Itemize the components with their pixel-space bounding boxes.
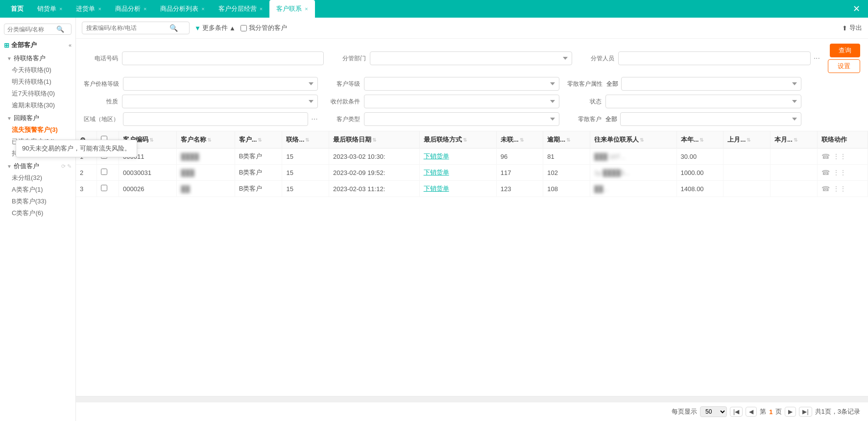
filter-select-nature[interactable] bbox=[122, 95, 318, 108]
action-contact-icon[interactable]: ☎ bbox=[821, 185, 830, 193]
sidebar-all-customers[interactable]: ⊞ 全部客户 « bbox=[0, 39, 75, 51]
cell-num: 2 bbox=[76, 165, 97, 181]
col-action: 联络动作 bbox=[817, 131, 868, 149]
contact-method-link[interactable]: 下销货单 bbox=[424, 152, 449, 160]
cell-last-month bbox=[723, 149, 771, 165]
close-icon-purchase[interactable]: × bbox=[98, 6, 101, 12]
filter-select-dept[interactable] bbox=[370, 51, 572, 65]
cell-this-month bbox=[771, 165, 818, 181]
cell-overdue: 108 bbox=[543, 181, 590, 197]
page-prev-button[interactable]: ◀ bbox=[746, 407, 757, 417]
close-icon-sales[interactable]: × bbox=[59, 6, 62, 12]
nav-item-customer-contact[interactable]: 客户联系 × bbox=[269, 0, 314, 18]
sidebar-item-today-contact[interactable]: 今天待联络(0) bbox=[0, 64, 75, 76]
col-contact: 联络...⇅ bbox=[282, 131, 329, 149]
row-checkbox[interactable] bbox=[101, 185, 107, 191]
cell-num: 3 bbox=[76, 181, 97, 197]
nav-item-home[interactable]: 首页 bbox=[4, 0, 30, 18]
action-more-icon[interactable]: ⋮⋮ bbox=[833, 152, 846, 160]
horizontal-scrollbar[interactable] bbox=[76, 396, 868, 402]
sidebar-item-class-b[interactable]: B类客户(33) bbox=[0, 196, 75, 207]
col-name: 客户名称⇅ bbox=[177, 131, 235, 149]
window-close-button[interactable]: ✕ bbox=[849, 3, 864, 14]
close-icon-goods-analysis[interactable]: × bbox=[144, 6, 146, 12]
nav-item-purchase[interactable]: 进货单 × bbox=[69, 0, 108, 18]
search-icon[interactable]: 🔍 bbox=[169, 24, 178, 32]
page-last-button[interactable]: ▶| bbox=[799, 407, 812, 417]
query-button[interactable]: 查询 bbox=[830, 44, 860, 57]
search-input[interactable] bbox=[86, 25, 169, 31]
sidebar: 🔍 ⊞ 全部客户 « ▼ 待联络客户 今天待联络(0) 明天待联络(1) 近7天… bbox=[0, 18, 76, 421]
arrow-down-icon: ▼ bbox=[7, 56, 12, 61]
filter-label-price-level: 客户价格等级 bbox=[84, 80, 119, 88]
arrow-down-icon-2: ▼ bbox=[7, 116, 12, 121]
col-overdue: 逾期...⇅ bbox=[543, 131, 590, 149]
more-filter-button[interactable]: ▼ 更多条件 ▲ bbox=[194, 24, 236, 32]
cell-company-contact: ███ 107... bbox=[590, 149, 676, 165]
dots-icon-manager[interactable]: ··· bbox=[814, 54, 820, 63]
sidebar-item-churn-warning[interactable]: 流失预警客户(3) bbox=[0, 124, 75, 136]
filter-label-region: 区域（地区） bbox=[84, 115, 119, 124]
nav-item-goods-analysis[interactable]: 商品分析 × bbox=[108, 0, 153, 18]
filter-field-phone: 电话号码 bbox=[84, 51, 324, 65]
cell-this-year: 30.00 bbox=[676, 149, 723, 165]
filter-row-2: 客户价格等级 客户等级 零散客户属性 全部 bbox=[84, 77, 860, 91]
close-icon-customer-contact[interactable]: × bbox=[305, 6, 308, 12]
sidebar-section-title-value[interactable]: ▼ 价值客户 ⟳ ✎ bbox=[0, 160, 75, 172]
sidebar-item-class-c[interactable]: C类客户(6) bbox=[0, 207, 75, 219]
row-checkbox[interactable] bbox=[101, 169, 107, 175]
filter-icon: ▼ bbox=[194, 25, 201, 32]
col-type: 客户...⇅ bbox=[235, 131, 282, 149]
sidebar-section-title-contact[interactable]: ▼ 待联络客户 bbox=[0, 52, 75, 64]
cell-last-contact-date: 2023-03-02 10:30: bbox=[329, 149, 420, 165]
action-more-icon[interactable]: ⋮⋮ bbox=[833, 185, 846, 193]
cell-checkbox bbox=[97, 181, 119, 197]
dots-icon-region[interactable]: ··· bbox=[311, 115, 317, 124]
contact-method-link[interactable]: 下销货单 bbox=[424, 169, 449, 176]
page-size-select[interactable]: 50 100 bbox=[700, 406, 727, 417]
my-customers-checkbox[interactable] bbox=[241, 25, 247, 31]
filter-select-status[interactable] bbox=[605, 95, 801, 108]
filter-field-customer-level: 客户等级 bbox=[326, 77, 560, 91]
sidebar-item-class-a[interactable]: A类客户(1) bbox=[0, 184, 75, 196]
filter-select-payment[interactable] bbox=[364, 95, 560, 108]
filter-select-retail-attr[interactable] bbox=[621, 77, 801, 91]
page-next-button[interactable]: ▶ bbox=[785, 407, 796, 417]
sidebar-item-tomorrow-contact[interactable]: 明天待联络(1) bbox=[0, 76, 75, 88]
sidebar-search-input[interactable] bbox=[7, 26, 56, 33]
nav-item-customer-layer[interactable]: 客户分层经营 × bbox=[212, 0, 269, 18]
cell-company-contact: ██... bbox=[590, 181, 676, 197]
sidebar-item-ungrouped[interactable]: 未分组(32) bbox=[0, 172, 75, 184]
filter-select-price-level[interactable] bbox=[123, 77, 318, 91]
sidebar-item-overdue-contact[interactable]: 逾期未联络(30) bbox=[0, 99, 75, 111]
filter-input-region[interactable] bbox=[123, 112, 308, 126]
page-first-button[interactable]: |◀ bbox=[730, 407, 743, 417]
cell-last-contact-date: 2023-02-09 19:52: bbox=[329, 165, 420, 181]
sidebar-item-week-contact[interactable]: 近7天待联络(0) bbox=[0, 88, 75, 99]
close-icon-goods-list[interactable]: × bbox=[201, 6, 204, 12]
nav-item-goods-analysis-list[interactable]: 商品分析列表 × bbox=[153, 0, 211, 18]
filter-field-dept: 分管部门 bbox=[332, 51, 572, 65]
cell-checkbox bbox=[97, 165, 119, 181]
cell-last-contact-date: 2023-02-03 11:12: bbox=[329, 181, 420, 197]
tooltip-churn-warning: 90天未交易的客户，可能有流失风险。 bbox=[16, 140, 76, 157]
filter-select-customer-type[interactable] bbox=[364, 112, 560, 126]
filter-input-phone[interactable] bbox=[122, 51, 324, 65]
nav-item-sales[interactable]: 销货单 × bbox=[30, 0, 69, 18]
action-contact-icon[interactable]: ☎ bbox=[821, 169, 830, 176]
action-contact-icon[interactable]: ☎ bbox=[821, 152, 830, 160]
sidebar-section-title-review[interactable]: ▼ 回顾客户 bbox=[0, 112, 75, 124]
collapse-icon: « bbox=[69, 42, 72, 48]
cell-code: 00030031 bbox=[119, 165, 177, 181]
filter-label-customer-type: 客户类型 bbox=[326, 115, 360, 124]
grid-icon: ⊞ bbox=[4, 42, 9, 49]
close-icon-customer-layer[interactable]: × bbox=[260, 6, 263, 12]
action-more-icon[interactable]: ⋮⋮ bbox=[833, 169, 846, 176]
setting-button[interactable]: 设置 bbox=[828, 59, 860, 73]
filter-select-retail-customer[interactable] bbox=[620, 112, 801, 126]
col-last-contact-date: 最后联络日期⇅ bbox=[329, 131, 420, 149]
filter-input-manager[interactable] bbox=[618, 51, 811, 65]
export-button[interactable]: ⬆ 导出 bbox=[842, 24, 862, 32]
filter-select-customer-level[interactable] bbox=[364, 77, 560, 91]
contact-method-link[interactable]: 下销货单 bbox=[424, 185, 449, 192]
